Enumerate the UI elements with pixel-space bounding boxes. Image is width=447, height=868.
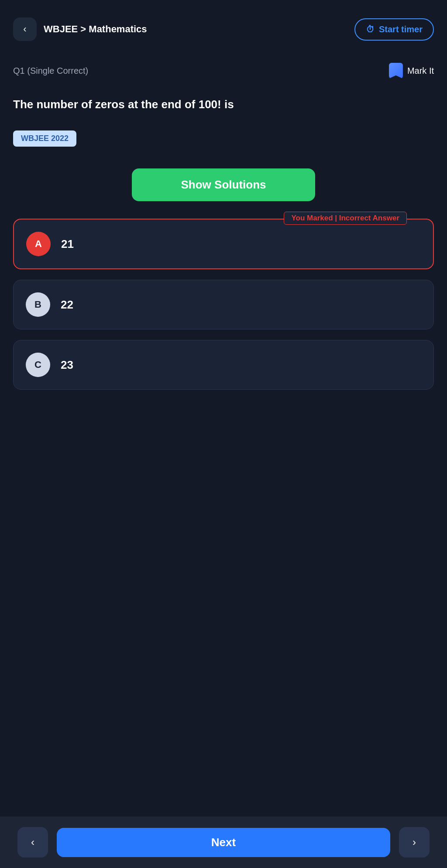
back-button[interactable]: ‹ [13,17,37,41]
mark-it-button[interactable]: Mark It [389,63,434,79]
breadcrumb: WBJEE > Mathematics [44,24,147,35]
incorrect-label: You Marked | Incorrect Answer [284,212,407,225]
option-a-letter: A [35,238,42,250]
option-b-card[interactable]: B 22 [13,280,434,329]
option-c-card[interactable]: C 23 [13,340,434,390]
tag-container: WBJEE 2022 [0,126,447,160]
next-arrow-icon: › [413,836,416,848]
question-text: The number of zeros at the end of 100! i… [0,87,447,126]
question-type: Q1 (Single Correct) [13,66,88,76]
timer-icon: ⏱ [366,24,375,34]
option-c-text: 23 [61,358,73,372]
options-container: You Marked | Incorrect Answer A 21 B 22 … [0,214,447,817]
option-c-letter: C [34,359,41,371]
prev-arrow-icon: ‹ [31,836,34,848]
prev-button[interactable]: ‹ [17,827,48,858]
option-b-circle: B [26,292,50,317]
option-b-letter: B [34,299,41,310]
option-a-circle: A [26,232,51,256]
show-solutions-button[interactable]: Show Solutions [132,168,315,201]
start-timer-button[interactable]: ⏱ Start timer [354,18,434,41]
option-a-text: 21 [61,237,74,251]
back-icon: ‹ [23,24,26,35]
bookmark-icon [389,63,403,79]
option-a-card[interactable]: You Marked | Incorrect Answer A 21 [13,219,434,269]
question-tag: WBJEE 2022 [13,130,76,147]
mark-it-label: Mark It [407,66,434,76]
question-meta: Q1 (Single Correct) Mark It [0,54,447,87]
next-button[interactable]: Next [57,828,390,857]
header-left: ‹ WBJEE > Mathematics [13,17,147,41]
timer-label: Start timer [379,24,423,34]
bottom-nav: ‹ Next › [0,817,447,868]
next-arrow-button[interactable]: › [399,827,430,858]
option-b-text: 22 [61,298,73,312]
show-solutions-container: Show Solutions [0,160,447,214]
option-c-circle: C [26,353,50,377]
header: ‹ WBJEE > Mathematics ⏱ Start timer [0,0,447,50]
